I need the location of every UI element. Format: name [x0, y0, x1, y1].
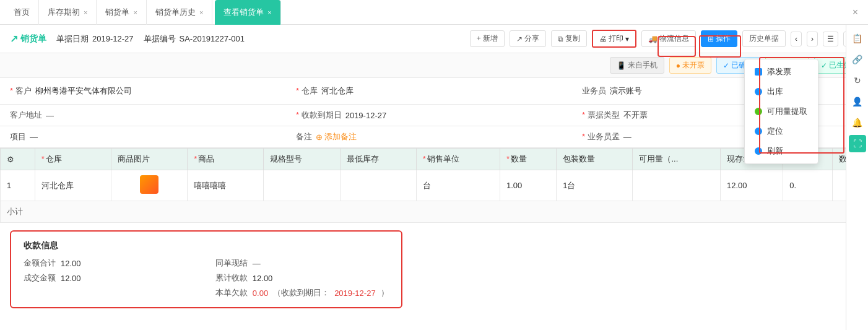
- print-icon: 🖨: [599, 35, 607, 43]
- cumulative-label: 累计收款: [215, 272, 248, 284]
- sidebar-icon-1[interactable]: 📋: [849, 30, 866, 47]
- row-img: [111, 170, 187, 201]
- invoice-icon: [755, 68, 762, 76]
- history-label: 历史单据: [749, 33, 779, 44]
- dropdown-item-locate[interactable]: 定位: [745, 121, 818, 141]
- tab-sales[interactable]: 销货单 ×: [97, 0, 146, 25]
- tab-home-label: 首页: [14, 7, 30, 18]
- th-warehouse: *仓库: [35, 149, 111, 170]
- th-product: *商品: [188, 149, 264, 170]
- doc-icon: ↗: [10, 33, 18, 45]
- project-value: —: [30, 132, 38, 142]
- doc-num-label: 单据编号: [144, 33, 176, 45]
- doc-header: ↗ 销货单 单据日期 2019-12-27 单据编号 SA-20191227-0…: [0, 25, 868, 53]
- doc-num-value: SA-20191227-001: [180, 34, 245, 43]
- note-row: 备注 ⊕ 添加备注: [296, 131, 572, 142]
- add-note-label: 添加备注: [324, 131, 357, 142]
- address-label: 客户地址: [10, 110, 42, 121]
- prev-btn[interactable]: ‹: [791, 32, 802, 46]
- table-row: 1 河北仓库 嘻嘻嘻嘻 台 1.00 1台 12.00 0.: [1, 170, 868, 201]
- copy-label: 复制: [565, 33, 580, 44]
- print-btn[interactable]: 🖨 打印 ▾: [592, 30, 636, 48]
- dropdown-item-outbound[interactable]: 出库: [745, 82, 818, 102]
- tab-history[interactable]: 销货单历史 ×: [147, 0, 212, 25]
- same-order-label: 同单现结: [215, 258, 248, 269]
- dropdown-item-avail[interactable]: 可用量提取: [745, 102, 818, 121]
- tab-home[interactable]: 首页: [5, 0, 39, 25]
- copy-btn[interactable]: ⧉ 复制: [551, 30, 587, 47]
- operations-btn[interactable]: ⊞ 操作: [701, 30, 737, 47]
- app-wrapper: 首页 库存期初 × 销货单 × 销货单历史 × 查看销货单 × × ↗ 销货单 …: [0, 0, 868, 330]
- tab-sales-close[interactable]: ×: [133, 9, 137, 16]
- doc-type-label: 销货单: [20, 33, 46, 45]
- outbound-label: 出库: [767, 86, 783, 97]
- cumulative-value: 12.00: [253, 274, 273, 283]
- doc-date-value: 2019-12-27: [92, 34, 134, 43]
- project-row: 项目 —: [10, 131, 286, 142]
- from-phone-label: 来自手机: [628, 60, 658, 71]
- print-dropdown-icon: ▾: [625, 35, 629, 43]
- subtotal-row: 小计: [1, 201, 868, 223]
- sidebar-icon-2[interactable]: 🔗: [849, 51, 866, 68]
- salesperson-value: —: [623, 132, 631, 142]
- check3-icon: ✓: [821, 61, 827, 70]
- bottom-section: 收款信息 金额合计 12.00 同单现结 — 成交金额 12.00 累计收款 1…: [0, 223, 868, 316]
- tab-inventory-close[interactable]: ×: [84, 9, 87, 16]
- row-stock: 12.00: [720, 170, 783, 201]
- operations-dropdown: 添发票 出库 可用量提取 定位 刷新: [744, 59, 818, 164]
- ticket-type-value: 不开票: [623, 110, 648, 121]
- address-row: 客户地址 —: [10, 110, 286, 121]
- tab-sales-label: 销货单: [105, 7, 129, 18]
- employee-value: 演示账号: [610, 85, 642, 97]
- logistics-btn[interactable]: 🚚 物流信息: [641, 30, 696, 47]
- deal-row: 成交金额 12.00: [24, 272, 197, 284]
- sidebar-icon-expand[interactable]: ⛶: [849, 135, 866, 152]
- ticket-type-label: 票据类型: [582, 110, 620, 121]
- form-section3: 项目 — 备注 ⊕ 添加备注 业务员孟 —: [0, 126, 868, 148]
- customer-row: 客户 柳州粤港平安气体有限公司: [10, 85, 286, 97]
- dropdown-item-invoice[interactable]: 添发票: [745, 62, 818, 82]
- th-settings[interactable]: ⚙: [1, 149, 35, 170]
- doc-date-label: 单据日期: [56, 33, 89, 45]
- share-btn[interactable]: ↗ 分享: [510, 30, 546, 47]
- from-phone-badge[interactable]: 📱 来自手机: [610, 57, 664, 74]
- total-row: 金额合计 12.00: [24, 258, 197, 269]
- form-section1: 客户 柳州粤港平安气体有限公司 仓库 河北仓库 业务员 演示账号: [0, 78, 868, 105]
- row-product: 嘻嘻嘻嘻: [188, 170, 264, 201]
- owe-label: 本单欠款: [215, 287, 248, 298]
- sidebar-icon-5[interactable]: 🔔: [849, 114, 866, 131]
- table-section: ⚙ *仓库 商品图片 *商品 规格型号 最低库存 *销售单位 *数量 包装数量 …: [0, 148, 868, 223]
- tab-history-label: 销货单历史: [155, 7, 196, 18]
- list-view-btn[interactable]: ☰: [823, 32, 838, 46]
- dropdown-item-refresh[interactable]: 刷新: [745, 141, 818, 161]
- customer-value: 柳州粤港平安气体有限公司: [35, 85, 132, 97]
- refresh-icon: [755, 147, 762, 155]
- tab-inventory[interactable]: 库存期初 ×: [39, 0, 97, 25]
- doc-actions: + 新增 ↗ 分享 ⧉ 复制 🖨 打印 ▾ 🚚 物流信息 ⊞ 操作: [470, 30, 858, 48]
- window-close-btn[interactable]: ×: [848, 7, 863, 18]
- th-available: 可用量（...: [633, 149, 721, 170]
- history-btn[interactable]: 历史单据: [742, 30, 786, 47]
- note-label: 备注: [296, 131, 312, 142]
- tab-bar: 首页 库存期初 × 销货单 × 销货单历史 × 查看销货单 × ×: [0, 0, 868, 25]
- tab-view-sales-label: 查看销货单: [224, 7, 264, 18]
- row-index: 1: [1, 170, 35, 201]
- th-pack: 包装数量: [557, 149, 633, 170]
- sidebar-icon-3[interactable]: ↻: [849, 72, 866, 89]
- row-spec: [264, 170, 340, 201]
- next-btn[interactable]: ›: [807, 32, 818, 46]
- add-note-btn[interactable]: ⊕ 添加备注: [316, 131, 357, 142]
- tab-history-close[interactable]: ×: [199, 9, 203, 16]
- deal-value: 12.00: [61, 274, 81, 283]
- project-label: 项目: [10, 131, 26, 142]
- sidebar-icon-4[interactable]: 👤: [849, 93, 866, 110]
- th-qty: *数量: [500, 149, 556, 170]
- new-btn[interactable]: + 新增: [470, 30, 505, 47]
- cumulative-row: 累计收款 12.00: [215, 272, 389, 284]
- not-open-badge[interactable]: ● 未开票: [669, 57, 711, 74]
- deal-label: 成交金额: [24, 272, 56, 284]
- tab-view-sales-close[interactable]: ×: [267, 9, 271, 16]
- print-label: 打印: [609, 33, 623, 44]
- tab-view-sales[interactable]: 查看销货单 ×: [215, 0, 280, 25]
- tab-inventory-label: 库存期初: [48, 7, 80, 18]
